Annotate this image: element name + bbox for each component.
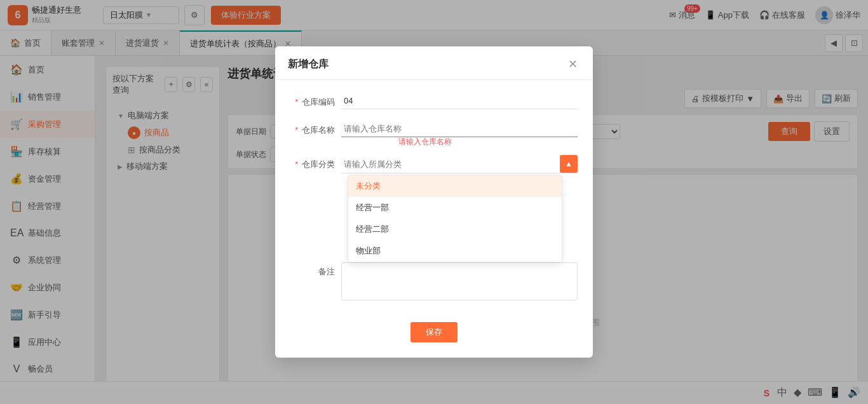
category-label: * 仓库分类 (290, 155, 341, 170)
dropdown-item-dept1[interactable]: 经营一部 (348, 197, 562, 219)
dialog-footer: 保存 (275, 312, 593, 342)
category-field-row: * 仓库分类 ▲ 未分类 经营一部 经营二部 物业部 (290, 155, 578, 173)
save-button[interactable]: 保存 (410, 322, 458, 342)
name-error-text: 请输入仓库名称 (398, 137, 452, 147)
note-field-row: 备注 (290, 262, 578, 300)
category-input-wrapper: ▲ (341, 155, 578, 173)
dialog-header: 新增仓库 ✕ (275, 46, 593, 80)
name-label: * 仓库名称 (290, 121, 341, 136)
dialog-body: * 仓库编码 * 仓库名称 请输入仓库名称 * 仓库分类 ▲ (275, 80, 593, 300)
category-dropdown-list: 未分类 经营一部 经营二部 物业部 (348, 175, 562, 262)
dialog-title: 新增仓库 (288, 58, 329, 71)
category-dropdown-toggle[interactable]: ▲ (560, 155, 578, 173)
name-input[interactable] (341, 121, 578, 137)
new-warehouse-dialog: 新增仓库 ✕ * 仓库编码 * 仓库名称 请输入仓库名称 * (275, 46, 593, 358)
name-field-row: * 仓库名称 请输入仓库名称 (290, 121, 578, 137)
code-field-row: * 仓库编码 (290, 93, 578, 109)
dialog-close-button[interactable]: ✕ (565, 57, 580, 72)
code-label: * 仓库编码 (290, 93, 341, 108)
note-label: 备注 (290, 262, 341, 278)
category-input[interactable] (341, 156, 560, 172)
dropdown-item-dept3[interactable]: 物业部 (348, 240, 562, 262)
dropdown-item-dept2[interactable]: 经营二部 (348, 219, 562, 240)
code-input[interactable] (341, 93, 578, 109)
dropdown-item-uncategorized[interactable]: 未分类 (348, 175, 562, 197)
note-textarea[interactable] (341, 262, 578, 300)
